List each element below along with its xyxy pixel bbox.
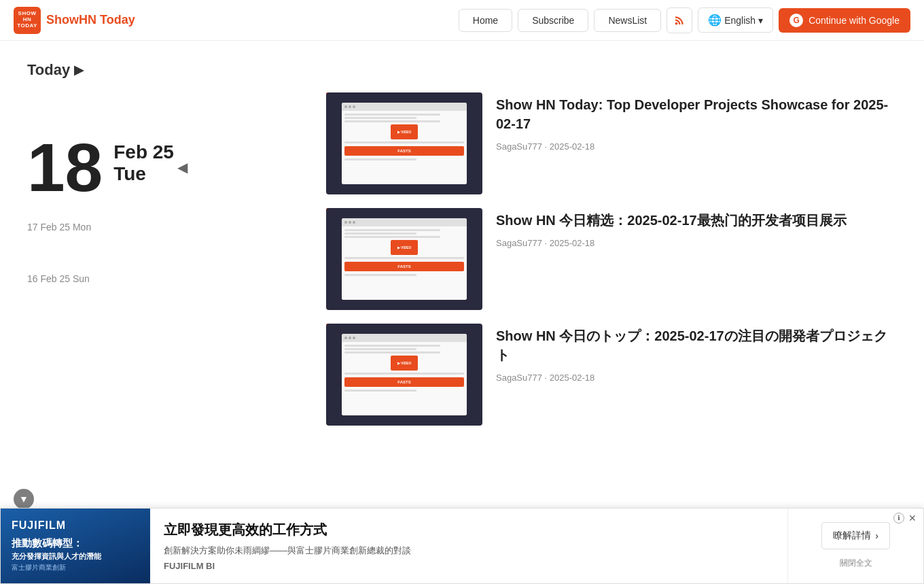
content-row: 18 Feb 25 Tue ◀ 17 Feb 25 Mon 16 Feb 25 … xyxy=(27,92,897,426)
subscribe-button[interactable]: Subscribe xyxy=(518,9,588,32)
article-card: CN ▶ VIDEO FASTS xyxy=(326,208,897,310)
home-button[interactable]: Home xyxy=(459,9,512,32)
articles-column: EN ▶ VIDEO FASTS xyxy=(326,92,897,426)
article-meta: SagaSu777 · 2025-02-18 xyxy=(496,141,897,152)
chevron-down-icon: ▾ xyxy=(758,15,763,26)
date-day: Tue xyxy=(113,163,174,185)
date-month: Feb 25 xyxy=(113,141,174,163)
article-thumbnail[interactable]: EN ▶ VIDEO FASTS xyxy=(326,92,482,194)
svg-point-0 xyxy=(675,22,678,24)
date-display: 18 Feb 25 Tue ◀ xyxy=(27,133,174,201)
article-thumbnail[interactable]: CN ▶ VIDEO FASTS xyxy=(326,208,482,310)
prev-dates: 17 Feb 25 Mon 16 Feb 25 Sun xyxy=(27,222,326,284)
language-button[interactable]: 🌐 English ▾ xyxy=(698,7,773,33)
article-card: EN ▶ VIDEO FASTS xyxy=(326,92,897,194)
article-meta: SagaSu777 · 2025-02-18 xyxy=(496,238,897,248)
rss-icon[interactable] xyxy=(667,7,692,33)
article-info: Show HN 今日のトップ：2025-02-17の注目の開発者プロジェクト S… xyxy=(496,324,897,383)
article-card: JP ▶ VIDEO FASTS xyxy=(326,324,897,426)
header-left: SHOW HN TODAY ShowHN Today xyxy=(14,7,135,34)
google-icon: G xyxy=(789,14,803,27)
main-content: Today ▶ 18 Feb 25 Tue ◀ 17 Feb 25 Mon 16… xyxy=(0,41,924,446)
date-column: 18 Feb 25 Tue ◀ 17 Feb 25 Mon 16 Feb 25 … xyxy=(27,92,326,426)
logo[interactable]: SHOW HN TODAY xyxy=(14,7,41,34)
date-month-day: Feb 25 Tue xyxy=(113,133,174,185)
article-thumbnail[interactable]: JP ▶ VIDEO FASTS xyxy=(326,324,482,426)
section-heading: Today ▶ xyxy=(27,61,897,79)
google-signin-button[interactable]: G Continue with Google xyxy=(779,8,910,33)
header: SHOW HN TODAY ShowHN Today Home Subscrib… xyxy=(0,0,924,41)
header-nav: Home Subscribe NewsList 🌐 English ▾ G Co… xyxy=(459,7,910,33)
prev-date-1[interactable]: 17 Feb 25 Mon xyxy=(27,222,326,233)
section-arrow: ▶ xyxy=(74,63,84,78)
prev-date-2[interactable]: 16 Feb 25 Sun xyxy=(27,273,326,284)
article-info: Show HN Today: Top Developer Projects Sh… xyxy=(496,92,897,152)
article-info: Show HN 今日精选：2025-02-17最热门的开发者项目展示 SagaS… xyxy=(496,208,897,248)
article-title[interactable]: Show HN Today: Top Developer Projects Sh… xyxy=(496,95,897,133)
article-meta: SagaSu777 · 2025-02-18 xyxy=(496,373,897,383)
article-title[interactable]: Show HN 今日精选：2025-02-17最热门的开发者项目展示 xyxy=(496,211,897,230)
newslist-button[interactable]: NewsList xyxy=(594,9,661,32)
site-title: ShowHN Today xyxy=(46,13,135,27)
date-nav-arrow[interactable]: ◀ xyxy=(177,159,188,175)
date-number: 18 xyxy=(27,133,103,201)
article-title[interactable]: Show HN 今日のトップ：2025-02-17の注目の開発者プロジェクト xyxy=(496,326,897,364)
